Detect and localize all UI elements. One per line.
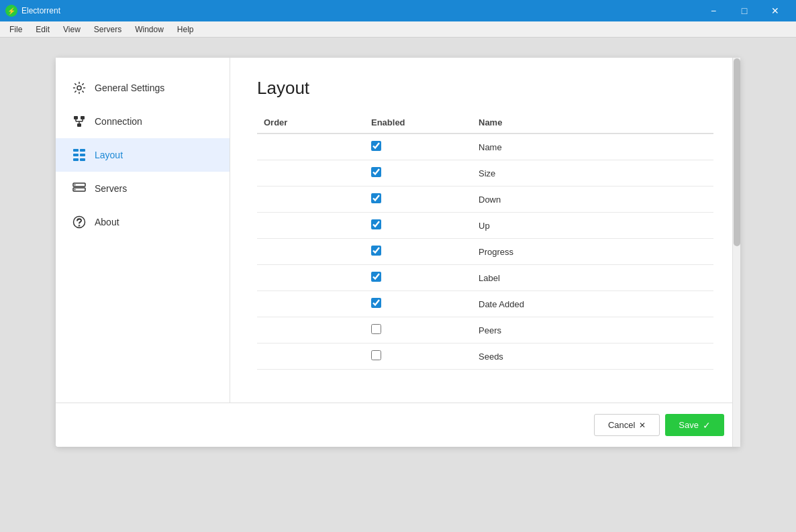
connection-icon — [72, 114, 87, 129]
cancel-label: Cancel — [608, 420, 635, 430]
cell-enabled-1[interactable] — [364, 160, 472, 187]
window-controls: − □ ✕ — [698, 0, 791, 21]
title-bar: ⚡ Electorrent − □ ✕ — [0, 0, 796, 21]
checkbox-name[interactable] — [371, 141, 381, 151]
gear-icon — [72, 81, 87, 95]
cell-name-2: Down — [472, 187, 713, 213]
cell-name-6: Date Added — [472, 291, 713, 317]
cell-order-0 — [257, 134, 364, 160]
cell-enabled-8[interactable] — [364, 343, 472, 370]
cell-order-7 — [257, 317, 364, 343]
cell-enabled-0[interactable] — [364, 134, 472, 160]
cell-enabled-5[interactable] — [364, 265, 472, 291]
about-icon: @ — [72, 215, 87, 229]
scrollbar-track — [732, 58, 740, 447]
sidebar-label-servers: Servers — [95, 183, 127, 194]
sidebar-label-general-settings: General Settings — [95, 83, 164, 93]
svg-rect-8 — [73, 149, 79, 152]
checkbox-progress[interactable] — [371, 246, 381, 256]
maximize-button[interactable]: □ — [729, 0, 760, 21]
cell-order-1 — [257, 160, 364, 187]
checkbox-down[interactable] — [371, 193, 381, 203]
cell-name-7: Peers — [472, 317, 713, 343]
minimize-button[interactable]: − — [698, 0, 729, 21]
sidebar-label-connection: Connection — [95, 116, 142, 127]
close-button[interactable]: ✕ — [760, 0, 791, 21]
table-row: Date Added — [257, 291, 713, 317]
svg-rect-9 — [80, 149, 85, 152]
table-row: Peers — [257, 317, 713, 343]
sidebar-item-general-settings[interactable]: General Settings — [56, 71, 230, 105]
svg-rect-3 — [77, 123, 81, 127]
main-area: General Settings C — [0, 38, 796, 532]
app-title: Electorrent — [21, 6, 60, 15]
svg-rect-13 — [80, 158, 85, 161]
cell-enabled-2[interactable] — [364, 187, 472, 213]
dialog-footer: Cancel ✕ Save ✓ — [56, 403, 740, 447]
sidebar-item-connection[interactable]: Connection — [56, 105, 230, 138]
checkbox-seeds[interactable] — [371, 350, 381, 360]
sidebar-item-servers[interactable]: Servers — [56, 172, 230, 205]
cell-name-3: Up — [472, 213, 713, 239]
cancel-button[interactable]: Cancel ✕ — [594, 414, 660, 436]
sidebar: General Settings C — [56, 58, 230, 403]
save-checkmark-icon: ✓ — [703, 420, 711, 431]
cell-name-5: Label — [472, 265, 713, 291]
menu-servers[interactable]: Servers — [87, 23, 128, 36]
svg-rect-1 — [74, 116, 78, 119]
menu-bar: File Edit View Servers Window Help — [0, 21, 796, 38]
layout-icon — [72, 148, 87, 162]
cell-name-8: Seeds — [472, 343, 713, 370]
sidebar-item-layout[interactable]: Layout — [56, 138, 230, 172]
svg-rect-10 — [73, 154, 79, 156]
cell-order-4 — [257, 239, 364, 265]
menu-help[interactable]: Help — [170, 23, 201, 36]
table-row: Label — [257, 265, 713, 291]
checkbox-label[interactable] — [371, 272, 381, 282]
cell-enabled-6[interactable] — [364, 291, 472, 317]
content-area: Layout Order Enabled Name NameSizeDownUp… — [230, 58, 740, 403]
table-row: Down — [257, 187, 713, 213]
sidebar-label-layout: Layout — [95, 150, 123, 160]
table-row: Seeds — [257, 343, 713, 370]
svg-point-0 — [77, 86, 81, 90]
col-header-name: Name — [472, 112, 713, 134]
menu-edit[interactable]: Edit — [29, 23, 56, 36]
dialog-panel: General Settings C — [56, 58, 740, 447]
cell-order-3 — [257, 213, 364, 239]
save-button[interactable]: Save ✓ — [665, 414, 724, 436]
menu-window[interactable]: Window — [128, 23, 170, 36]
cell-name-0: Name — [472, 134, 713, 160]
cell-order-5 — [257, 265, 364, 291]
cell-enabled-7[interactable] — [364, 317, 472, 343]
table-row: Up — [257, 213, 713, 239]
servers-icon — [72, 181, 87, 196]
sidebar-item-about[interactable]: @ About — [56, 205, 230, 239]
col-header-enabled: Enabled — [364, 112, 472, 134]
cell-name-4: Progress — [472, 239, 713, 265]
table-row: Name — [257, 134, 713, 160]
cell-enabled-3[interactable] — [364, 213, 472, 239]
cell-order-6 — [257, 291, 364, 317]
col-header-order: Order — [257, 112, 364, 134]
save-label: Save — [679, 420, 699, 430]
cell-name-1: Size — [472, 160, 713, 187]
svg-rect-11 — [80, 154, 85, 156]
app-logo: ⚡ — [5, 5, 17, 17]
menu-view[interactable]: View — [56, 23, 87, 36]
layout-table: Order Enabled Name NameSizeDownUpProgres… — [257, 112, 713, 370]
cancel-icon: ✕ — [639, 421, 646, 430]
table-row: Size — [257, 160, 713, 187]
checkbox-peers[interactable] — [371, 324, 381, 334]
svg-point-17 — [74, 189, 76, 191]
checkbox-date-added[interactable] — [371, 298, 381, 308]
scrollbar-thumb[interactable] — [734, 58, 740, 246]
checkbox-size[interactable] — [371, 167, 381, 177]
svg-point-20 — [79, 225, 80, 226]
table-row: Progress — [257, 239, 713, 265]
menu-file[interactable]: File — [3, 23, 29, 36]
cell-enabled-4[interactable] — [364, 239, 472, 265]
svg-rect-2 — [81, 116, 85, 119]
checkbox-up[interactable] — [371, 219, 381, 229]
svg-point-16 — [74, 184, 76, 186]
